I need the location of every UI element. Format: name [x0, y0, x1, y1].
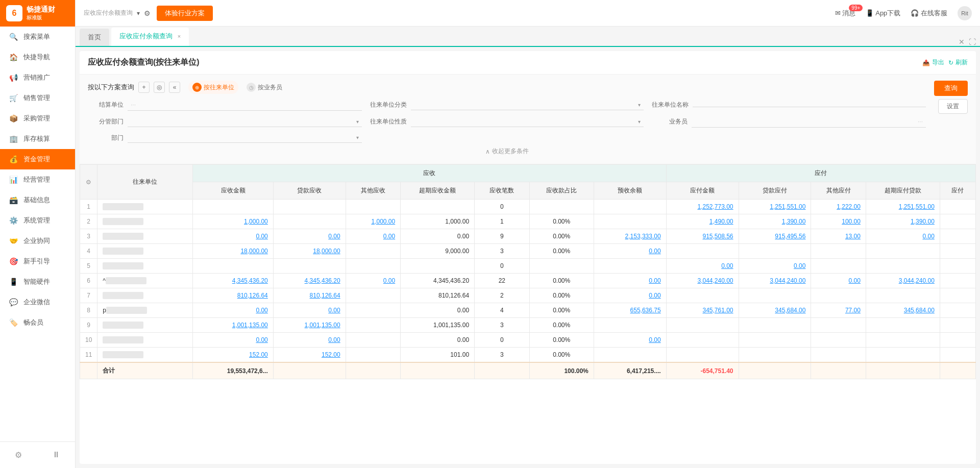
cell-link[interactable]: 3,044,240.00: [697, 277, 733, 284]
user-avatar[interactable]: Rit: [958, 6, 972, 20]
cell-link[interactable]: 2,153,333.00: [625, 233, 661, 240]
sidebar-item-member[interactable]: 🏷️畅会员: [0, 312, 75, 333]
cell-link[interactable]: 1,390.00: [911, 218, 935, 225]
sidebar-item-wechat[interactable]: 💬企业微信: [0, 292, 75, 312]
filter-collapse-button[interactable]: «: [169, 82, 180, 93]
cell-link[interactable]: 810,126.64: [310, 292, 340, 299]
cell-link[interactable]: 0.00: [922, 233, 934, 240]
cell-link[interactable]: 152.00: [249, 351, 268, 358]
cell-link[interactable]: 18,000.00: [313, 248, 340, 255]
cell-link[interactable]: 0.00: [721, 262, 733, 269]
salesperson-input[interactable]: ···: [692, 116, 926, 128]
header-gear-icon[interactable]: ⚙: [144, 9, 151, 17]
setting-button[interactable]: 设置: [938, 99, 968, 114]
solution-button[interactable]: 体验行业方案: [157, 6, 213, 21]
dept-mgr-input[interactable]: ▾: [128, 117, 362, 127]
filter-add-button[interactable]: +: [138, 82, 150, 93]
cell-link[interactable]: 0.00: [649, 336, 660, 343]
partner-category-input[interactable]: ▾: [411, 100, 644, 110]
cell-link[interactable]: 100.00: [842, 218, 861, 225]
cell-link[interactable]: 4,345,436.20: [305, 277, 340, 284]
cell-link[interactable]: 1,251,551.00: [899, 203, 935, 210]
sidebar-item-collab[interactable]: 🤝企业协同: [0, 231, 75, 251]
sidebar-item-sales[interactable]: 🛒销售管理: [0, 88, 75, 108]
cell-link[interactable]: 18,000.00: [240, 248, 267, 255]
cell-link[interactable]: 0.00: [649, 292, 660, 299]
cell-link[interactable]: 0.00: [649, 277, 660, 284]
filter-option-salesperson[interactable]: ◷ 按业务员: [242, 81, 286, 94]
sidebar-item-ops[interactable]: 📊经营管理: [0, 169, 75, 190]
cell-link[interactable]: 1,222.00: [837, 203, 861, 210]
cell-link[interactable]: 1,251,551.00: [770, 203, 805, 210]
cell-link[interactable]: 655,636.75: [630, 307, 661, 314]
online-service-button[interactable]: 🎧 在线客服: [911, 9, 947, 18]
tab-fullscreen-icon[interactable]: ⛶: [969, 38, 976, 46]
cell-link[interactable]: 0.00: [256, 307, 267, 314]
cell-link[interactable]: 1,000.00: [371, 218, 395, 225]
dept-input[interactable]: ▾: [128, 133, 362, 143]
cell-link[interactable]: 0.00: [328, 307, 340, 314]
col-settings-header[interactable]: ⚙: [80, 165, 97, 200]
sidebar-item-guide[interactable]: 🎯新手引导: [0, 251, 75, 272]
table-area[interactable]: ⚙ 往来单位 应收 应付 应收金额 贷款应收 其他应收 超期应收金额 应收笔数 …: [80, 164, 976, 464]
cell-link[interactable]: 152.00: [322, 351, 340, 358]
cell-link[interactable]: 0.00: [383, 233, 395, 240]
cell-link[interactable]: 0.00: [794, 262, 805, 269]
cell-link[interactable]: 77.00: [845, 307, 861, 314]
tab-home[interactable]: 首页: [80, 29, 109, 46]
sidebar-item-search[interactable]: 🔍搜索菜单: [0, 27, 75, 47]
tab-close-icon[interactable]: ×: [178, 33, 181, 39]
collapse-more-button[interactable]: ∧ 收起更多条件: [485, 147, 529, 156]
tab-arquery[interactable]: 应收应付余额查询 ×: [111, 28, 189, 46]
cell-link[interactable]: 1,000.00: [244, 218, 268, 225]
cell-link[interactable]: 1,001,135.00: [232, 322, 268, 329]
filter-option-partner[interactable]: ⊕ 按往来单位: [188, 81, 238, 94]
cell-link[interactable]: 0.00: [849, 277, 861, 284]
tab-close-window-icon[interactable]: ✕: [959, 38, 965, 46]
cell-link[interactable]: 345,761.00: [702, 307, 733, 314]
table-settings-icon[interactable]: ⚙: [86, 179, 91, 186]
sidebar-item-basic[interactable]: 🗃️基础信息: [0, 190, 75, 210]
cell-link[interactable]: 0.00: [649, 248, 660, 255]
cell-link[interactable]: 13.00: [845, 233, 861, 240]
cell-link[interactable]: 0.00: [256, 336, 267, 343]
partner-nature-input[interactable]: ▾: [411, 117, 644, 127]
cell-link[interactable]: 1,252,773.00: [697, 203, 733, 210]
breadcrumb-dropdown-icon[interactable]: ▾: [137, 10, 140, 17]
cell-link[interactable]: 3,044,240.00: [899, 277, 935, 284]
sidebar-item-marketing[interactable]: 📢营销推广: [0, 67, 75, 88]
message-button[interactable]: ✉ 消息 99+: [835, 9, 856, 18]
cell-link[interactable]: 0.00: [383, 277, 395, 284]
cell-link[interactable]: 0.00: [328, 336, 340, 343]
partner-name-input[interactable]: [693, 103, 926, 107]
cell-link[interactable]: 345,684.00: [904, 307, 935, 314]
cell-link[interactable]: 810,126.64: [237, 292, 268, 299]
cell-link[interactable]: 915,495.56: [775, 233, 805, 240]
sidebar-item-inventory[interactable]: 🏢库存核算: [0, 129, 75, 149]
query-button[interactable]: 查询: [934, 81, 968, 96]
cell-link[interactable]: 0.00: [328, 233, 340, 240]
settlement-input[interactable]: ···: [128, 99, 362, 111]
cell-link[interactable]: 915,508.56: [702, 233, 733, 240]
cell-link[interactable]: 0.00: [256, 233, 267, 240]
sidebar-item-hardware[interactable]: 📱智能硬件: [0, 272, 75, 292]
collapse-sidebar-icon[interactable]: ⏸: [48, 448, 64, 462]
cell-link[interactable]: 1,390.00: [782, 218, 806, 225]
cell-link[interactable]: 1,001,135.00: [305, 322, 340, 329]
col-ar-amount: 应收金额: [193, 182, 273, 200]
sidebar-item-sysadmin[interactable]: ⚙️系统管理: [0, 210, 75, 231]
sidebar-item-purchase[interactable]: 📦采购管理: [0, 108, 75, 129]
cell-link[interactable]: 1,490.00: [709, 218, 733, 225]
app-download-button[interactable]: 📱 App下载: [866, 9, 900, 18]
sidebar-item-finance[interactable]: 💰资金管理: [0, 149, 75, 169]
filter-scheme-button[interactable]: ◎: [154, 82, 165, 93]
settings-bottom-icon[interactable]: ⚙: [11, 448, 26, 462]
cell-ar-amount: 152.00: [193, 348, 273, 363]
sidebar-item-quicknav[interactable]: 🏠快捷导航: [0, 47, 75, 67]
table-row: 1 0 1,252,773.00 1,251,551.00 1,222.00 1…: [80, 200, 976, 214]
refresh-button[interactable]: ↻ 刷新: [948, 58, 968, 67]
cell-link[interactable]: 345,684.00: [775, 307, 805, 314]
cell-link[interactable]: 3,044,240.00: [770, 277, 805, 284]
cell-link[interactable]: 4,345,436.20: [232, 277, 268, 284]
export-button[interactable]: 📤 导出: [922, 58, 944, 67]
